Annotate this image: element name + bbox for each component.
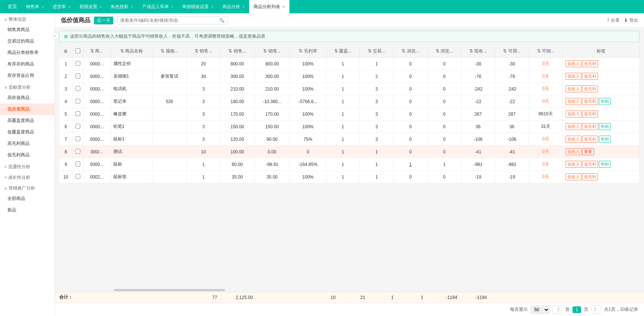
row-checkbox[interactable] xyxy=(76,86,80,91)
nav-role-auth[interactable]: 角色授权 × xyxy=(106,0,137,13)
cell-checkbox[interactable] xyxy=(73,108,83,120)
nav-template[interactable]: 单据模板设置 × xyxy=(178,0,218,13)
cell-checkbox[interactable] xyxy=(73,133,83,146)
cell-spec xyxy=(152,58,187,70)
arrow-overview: ∨ xyxy=(4,17,7,21)
sidebar-item-new-goods[interactable]: 新品 xyxy=(0,204,54,216)
sort-sale-icon[interactable]: ⇅ xyxy=(537,48,541,54)
cell-checkbox[interactable] xyxy=(73,158,83,171)
cell-checkbox[interactable] xyxy=(73,70,83,83)
nav-product-warehouse[interactable]: 产成品入库单 × xyxy=(138,0,178,13)
sidebar-item-low-margin[interactable]: 低毛利商品 xyxy=(0,149,54,161)
table-container[interactable]: ⚙ ⇅ 商... ⇅ 商品名称 ⇅ 规格... ⇅ 销售... ⇅ 销售... … xyxy=(59,45,640,289)
scrollbar-thumb[interactable] xyxy=(114,289,225,291)
per-page-select[interactable]: 50 100 200 xyxy=(531,306,550,314)
th-settings[interactable]: ⚙ xyxy=(59,45,73,58)
th-checkbox[interactable] xyxy=(73,45,83,58)
sidebar-item-traded-goods[interactable]: 交易过的商品 xyxy=(0,35,54,47)
sidebar-item-high-margin[interactable]: 高毛利商品 xyxy=(0,138,54,149)
horizontal-scrollbar[interactable] xyxy=(55,289,644,292)
sidebar-item-sales-goods[interactable]: 销售类商品 xyxy=(0,24,54,35)
group-contribution[interactable]: ∨ 贡献度分析 xyxy=(0,81,54,92)
group-overview[interactable]: ∨ 整体信息 xyxy=(0,13,54,24)
nav-purchase[interactable]: 进货单 × xyxy=(48,0,75,13)
row-checkbox[interactable] xyxy=(76,111,80,116)
content-area: 低价值商品 近一月 🔍 ⤴ 分享 ⬇ 导出 ✿ 这部分商品的销售收入大幅低于商品… xyxy=(55,13,644,316)
sidebar-item-category-rate[interactable]: 商品分类销售率 xyxy=(0,47,54,58)
sidebar-item-all-goods[interactable]: 全部商品 xyxy=(0,193,54,204)
cell-name: 笔记本 xyxy=(111,95,152,108)
sort-icon[interactable]: ⇅ xyxy=(90,48,94,54)
sidebar-item-low-value[interactable]: 低价值商品 xyxy=(0,103,54,115)
group-flow[interactable]: > 流通性分析 xyxy=(0,161,54,171)
total-stock2: -1194 xyxy=(466,295,496,300)
settings-icon[interactable]: ⚙ xyxy=(64,49,68,54)
cell-checkbox[interactable] xyxy=(73,58,83,70)
nav-sales[interactable]: 销售单 × xyxy=(21,0,48,13)
row-checkbox[interactable] xyxy=(76,174,80,179)
sidebar-item-low-coverage[interactable]: 低覆盖度商品 xyxy=(0,126,54,138)
close-purchase-icon[interactable]: × xyxy=(68,4,70,9)
sort-s1-icon[interactable]: ⇅ xyxy=(195,48,198,54)
group-growth[interactable]: > 成长性分析 xyxy=(0,171,54,182)
sort-name-icon[interactable]: ⇅ xyxy=(120,48,124,54)
cell-num: 9 xyxy=(59,158,73,171)
nav-home[interactable]: 首页 xyxy=(3,0,21,13)
sidebar-item-stock-goods[interactable]: 有库存的商品 xyxy=(0,58,54,70)
cell-code: 0002... xyxy=(83,171,111,183)
cell-s3: -10,380... xyxy=(254,95,290,108)
search-input[interactable] xyxy=(120,18,218,23)
sort-cover-icon[interactable]: ⇅ xyxy=(334,48,338,54)
nav-analysis-list[interactable]: 商品分析列表 × xyxy=(249,0,289,13)
total-pages-label: 共1页，10条记录 xyxy=(604,306,638,313)
cell-s1: 1 xyxy=(187,171,220,183)
select-all-checkbox[interactable] xyxy=(76,48,80,53)
sidebar-collapse-btn[interactable]: « xyxy=(52,33,58,39)
cell-s1: 3 xyxy=(187,108,220,120)
sidebar-item-high-coverage[interactable]: 高覆盖度商品 xyxy=(0,115,54,126)
row-checkbox[interactable] xyxy=(76,136,80,141)
close-analysis-icon[interactable]: × xyxy=(242,4,245,9)
sort-b2-icon[interactable]: ⇅ xyxy=(436,48,439,54)
cell-stock1: -22 xyxy=(461,95,495,108)
close-sales-icon[interactable]: × xyxy=(41,4,44,9)
row-checkbox[interactable] xyxy=(76,162,80,166)
row-checkbox[interactable] xyxy=(76,124,80,129)
filter-btn[interactable]: 近一月 xyxy=(94,17,113,24)
nav-permissions[interactable]: 权限设置 × xyxy=(75,0,106,13)
sort-trade-icon[interactable]: ⇅ xyxy=(368,48,372,54)
row-checkbox[interactable] xyxy=(76,74,80,78)
cell-checkbox[interactable] xyxy=(73,95,83,108)
nav-product-analysis[interactable]: 商品分析 × xyxy=(218,0,249,13)
share-btn[interactable]: ⤴ 分享 xyxy=(607,17,620,24)
row-checkbox[interactable] xyxy=(76,61,80,66)
cell-checkbox[interactable] xyxy=(73,146,83,158)
cell-checkbox[interactable] xyxy=(73,171,83,183)
first-page-btn[interactable]: 〈 xyxy=(553,305,562,314)
cell-checkbox[interactable] xyxy=(73,83,83,95)
sort-spec-icon[interactable]: ⇅ xyxy=(161,48,164,54)
export-btn[interactable]: ⬇ 导出 xyxy=(624,17,638,24)
sort-s3-icon[interactable]: ⇅ xyxy=(263,48,267,54)
sort-st1-icon[interactable]: ⇅ xyxy=(469,48,473,54)
next-page-btn[interactable]: 〉 xyxy=(591,305,601,314)
close-analysis-list-icon[interactable]: × xyxy=(282,4,285,9)
sort-s2-icon[interactable]: ⇅ xyxy=(228,48,232,54)
cell-browse1[interactable]: 1 xyxy=(393,158,427,171)
group-marketing[interactable]: ∨ 营销推广分析 xyxy=(0,182,54,193)
sort-b1-icon[interactable]: ⇅ xyxy=(402,48,405,54)
row-checkbox[interactable] xyxy=(76,99,80,103)
sidebar-item-high-value[interactable]: 高价值商品 xyxy=(0,92,54,103)
close-template-icon[interactable]: × xyxy=(211,4,213,9)
close-permissions-icon[interactable]: × xyxy=(100,4,102,9)
cell-tags: 低收入低毛利热销 xyxy=(563,158,639,171)
close-role-icon[interactable]: × xyxy=(131,4,133,9)
sort-margin-icon[interactable]: ⇅ xyxy=(299,48,302,54)
sort-st2-icon[interactable]: ⇅ xyxy=(503,48,507,54)
row-checkbox[interactable] xyxy=(76,149,80,154)
search-icon[interactable]: 🔍 xyxy=(219,18,225,23)
close-warehouse-icon[interactable]: × xyxy=(171,4,173,9)
share-icon: ⤴ xyxy=(607,18,609,23)
sidebar-item-stock-capital[interactable]: 库存资金占用 xyxy=(0,70,54,81)
cell-checkbox[interactable] xyxy=(73,120,83,133)
